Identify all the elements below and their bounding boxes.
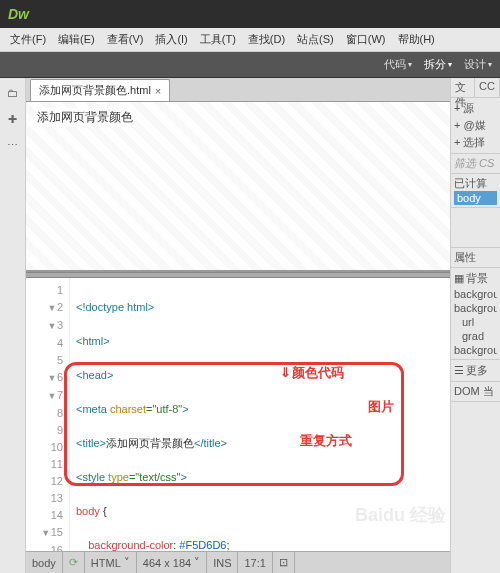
menu-window[interactable]: 窗口(W): [340, 30, 392, 49]
status-ins: INS: [207, 552, 238, 573]
status-dimensions[interactable]: 464 x 184 ˅: [137, 552, 207, 573]
tab-label: 添加网页背景颜色.html: [39, 83, 151, 98]
chevron-down-icon: ▾: [448, 60, 452, 69]
filter-hint: 筛选 CS: [451, 154, 500, 174]
app-logo: Dw: [8, 6, 29, 22]
more-button[interactable]: ☰ 更多: [454, 362, 497, 379]
props-title: 属性: [454, 250, 497, 265]
chevron-down-icon: ˅: [194, 556, 200, 569]
code-editor[interactable]: 1▼2▼345▼6▼7891011121314▼1516171819 <!doc…: [26, 278, 450, 551]
preview-pane: 添加网页背景颜色: [26, 102, 450, 272]
menu-insert[interactable]: 插入(I): [149, 30, 193, 49]
indent-label: 当: [483, 385, 494, 397]
tab-close-icon[interactable]: ×: [155, 85, 161, 97]
panel-select-row[interactable]: + 选择: [454, 134, 497, 151]
panel-tab-files[interactable]: 文件: [451, 78, 475, 97]
status-tag[interactable]: body: [26, 552, 63, 573]
chevron-down-icon: ▾: [408, 60, 412, 69]
menu-site[interactable]: 站点(S): [291, 30, 340, 49]
status-sync-icon[interactable]: ⟳: [63, 552, 85, 573]
view-code-button[interactable]: 代码▾: [384, 57, 412, 72]
document-tab[interactable]: 添加网页背景颜色.html ×: [30, 79, 170, 101]
more-icon[interactable]: ⋯: [4, 136, 22, 154]
menu-file[interactable]: 文件(F): [4, 30, 52, 49]
status-lang[interactable]: HTML ˅: [85, 552, 137, 573]
code-content[interactable]: <!doctype html> <html> <head> <meta char…: [70, 278, 450, 551]
add-icon[interactable]: ✚: [4, 110, 22, 128]
viewbar: 代码▾ 拆分▾ 设计▾: [0, 52, 500, 78]
dom-label[interactable]: DOM: [454, 385, 480, 397]
selected-element[interactable]: body: [454, 191, 497, 205]
file-icon[interactable]: 🗀: [4, 84, 22, 102]
chevron-down-icon: ▾: [488, 60, 492, 69]
chevron-down-icon: ˅: [124, 556, 130, 569]
menu-edit[interactable]: 编辑(E): [52, 30, 101, 49]
view-design-button[interactable]: 设计▾: [464, 57, 492, 72]
right-panel: 文件 CC + 源 + @媒 + 选择 筛选 CS 已计算 body 属性 ▦ …: [450, 78, 500, 573]
panel-media-row[interactable]: + @媒: [454, 117, 497, 134]
status-cursor: 17:1: [238, 552, 272, 573]
menu-find[interactable]: 查找(D): [242, 30, 291, 49]
prop-grad[interactable]: grad: [454, 329, 497, 343]
panel-tab-cc[interactable]: CC: [475, 78, 500, 97]
prop-bgcolor[interactable]: background-color: [454, 287, 497, 301]
menu-help[interactable]: 帮助(H): [392, 30, 441, 49]
prop-bgimage[interactable]: background-image: [454, 301, 497, 315]
tab-strip: 添加网页背景颜色.html ×: [26, 78, 450, 102]
menu-tools[interactable]: 工具(T): [194, 30, 242, 49]
menu-view[interactable]: 查看(V): [101, 30, 150, 49]
status-encoding-icon[interactable]: ⊡: [273, 552, 295, 573]
line-gutter: 1▼2▼345▼6▼7891011121314▼1516171819: [26, 278, 70, 551]
panel-source-row[interactable]: + 源: [454, 100, 497, 117]
prop-url[interactable]: url: [454, 315, 497, 329]
preview-title: 添加网页背景颜色: [34, 108, 136, 127]
prop-bgrepeat[interactable]: background-repeat: [454, 343, 497, 357]
view-split-button[interactable]: 拆分▾: [424, 57, 452, 72]
computed-label: 已计算: [454, 176, 497, 191]
left-toolbar: 🗀 ✚ ⋯: [0, 78, 26, 573]
titlebar: Dw: [0, 0, 500, 28]
menubar: 文件(F) 编辑(E) 查看(V) 插入(I) 工具(T) 查找(D) 站点(S…: [0, 28, 500, 52]
bg-section[interactable]: ▦ 背景: [454, 270, 497, 287]
statusbar: body ⟳ HTML ˅ 464 x 184 ˅ INS 17:1 ⊡: [26, 551, 450, 573]
